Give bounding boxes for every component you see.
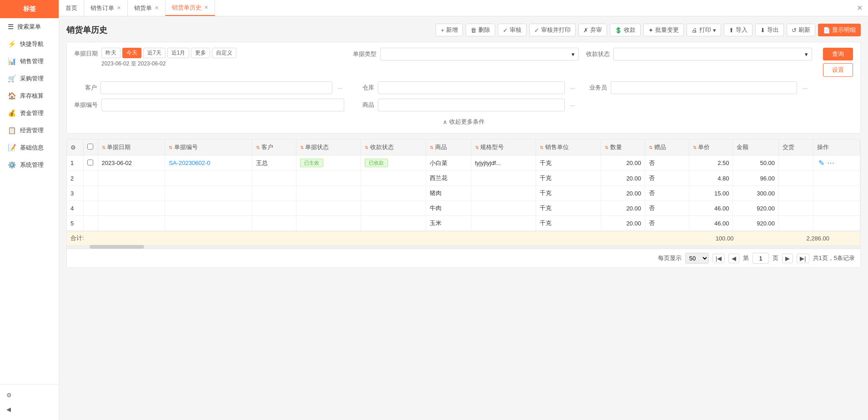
sales-mgmt-icon: 📊 — [8, 57, 16, 65]
date-btn-more[interactable]: 更多 — [191, 48, 210, 58]
tab-sales-goods[interactable]: 销货单 ✕ — [128, 0, 166, 16]
query-button[interactable]: 查询 — [823, 48, 853, 60]
cell-row-num: 4 — [67, 201, 83, 216]
col-doc-date[interactable]: ⇅ 单据日期 — [98, 140, 165, 155]
page-next-btn[interactable]: ▶ — [782, 254, 793, 263]
page-first-btn[interactable]: |◀ — [712, 254, 725, 263]
sidebar-item-sales-mgmt[interactable]: 📊 销售管理 — [0, 53, 59, 70]
tab-sales-history[interactable]: 销货单历史 ✕ — [166, 0, 215, 16]
tab-sales-goods-close[interactable]: ✕ — [155, 5, 159, 11]
col-doc-no[interactable]: ⇅ 单据编号 — [165, 140, 252, 155]
collect-icon: 💲 — [615, 27, 622, 34]
goods-dots[interactable]: ··· — [568, 102, 577, 109]
review-print-button[interactable]: ✓ 审核并打印 — [529, 24, 576, 36]
col-settings[interactable]: ⚙ — [67, 140, 83, 155]
col-price[interactable]: ⇅ 单价 — [689, 140, 733, 155]
import-button[interactable]: ⬆ 导入 — [724, 24, 753, 36]
batch-change-button[interactable]: ✦ 批量变更 — [643, 24, 684, 36]
date-btn-today[interactable]: 今天 — [122, 48, 141, 58]
sidebar-item-search-menu[interactable]: ☰ 搜索菜单 — [0, 18, 59, 35]
print-dropdown-icon: ▾ — [713, 27, 716, 34]
tab-sales-goods-label: 销货单 — [134, 4, 152, 12]
sidebar-item-sys-mgmt[interactable]: ⚙️ 系统管理 — [0, 156, 59, 174]
sidebar-item-finance-mgmt[interactable]: 💰 资金管理 — [0, 105, 59, 122]
customer-dots[interactable]: ··· — [336, 85, 345, 91]
page-size-select[interactable]: 50 100 200 — [685, 253, 709, 264]
export-button[interactable]: ⬇ 导出 — [755, 24, 784, 36]
sidebar-collapse[interactable]: ◀ — [0, 402, 59, 416]
more-action[interactable]: ⋯ — [826, 159, 836, 167]
col-unit[interactable]: ⇅ 销售单位 — [536, 140, 601, 155]
cell-spec — [471, 171, 536, 186]
business-dots[interactable]: ··· — [801, 85, 809, 91]
tab-sales-history-close[interactable]: ✕ — [204, 5, 208, 10]
sidebar-item-ops-mgmt[interactable]: 📋 经营管理 — [0, 122, 59, 139]
date-btn-yesterday[interactable]: 昨天 — [101, 48, 120, 58]
col-customer[interactable]: ⇅ 客户 — [252, 140, 296, 155]
page-input[interactable] — [753, 253, 769, 264]
sidebar-item-inventory[interactable]: 🏠 库存核算 — [0, 87, 59, 105]
sidebar-item-base-info[interactable]: 📝 基础信息 — [0, 139, 59, 156]
sidebar-item-label: 销售管理 — [20, 57, 44, 65]
edit-action[interactable]: ✎ — [817, 159, 826, 167]
page-prev-btn[interactable]: ◀ — [728, 254, 739, 263]
new-button[interactable]: + 新增 — [436, 24, 463, 36]
show-detail-button[interactable]: 📄 显示明细 — [818, 24, 861, 36]
cell-trade — [779, 186, 813, 201]
tab-home[interactable]: 首页 — [59, 0, 84, 16]
col-spec[interactable]: ⇅ 规格型号 — [471, 140, 536, 155]
delete-button[interactable]: 🗑 删除 — [466, 24, 495, 36]
tab-sales-order[interactable]: 销售订单 ✕ — [84, 0, 128, 16]
goods-input[interactable] — [378, 99, 564, 111]
setting-button[interactable]: 设置 — [823, 63, 853, 77]
select-all-checkbox[interactable] — [87, 144, 93, 150]
doc-type-select[interactable]: ▾ — [380, 48, 579, 60]
cell-spec: tyjyjtyjdf... — [471, 155, 536, 171]
date-btn-1month[interactable]: 近1月 — [167, 48, 190, 58]
date-btn-7days[interactable]: 近7天 — [143, 48, 166, 58]
cell-checkbox — [83, 201, 98, 216]
col-doc-status[interactable]: ⇅ 单据状态 — [296, 140, 361, 155]
sidebar-item-purchase-mgmt[interactable]: 🛒 采购管理 — [0, 70, 59, 87]
payment-status-dropdown-icon: ▾ — [805, 51, 808, 58]
doc-no-link[interactable]: SA-20230602-0 — [169, 160, 210, 166]
col-goods[interactable]: ⇅ 商品 — [426, 140, 471, 155]
business-input[interactable] — [611, 81, 797, 94]
print-button[interactable]: 🖨 打印 ▾ — [687, 24, 721, 36]
tab-sales-order-close[interactable]: ✕ — [117, 5, 121, 11]
refresh-button[interactable]: ↺ 刷新 — [787, 24, 815, 36]
sidebar-bottom-settings[interactable]: ⚙ — [0, 388, 59, 402]
customer-input[interactable] — [100, 81, 332, 94]
scrollbar-thumb[interactable] — [90, 245, 144, 249]
sidebar: 标签 ☰ 搜索菜单 ⚡ 快捷导航 📊 销售管理 🛒 采购管理 🏠 库存核算 💰 … — [0, 0, 59, 420]
page-title: 销货单历史 — [66, 25, 433, 35]
import-icon: ⬆ — [729, 27, 734, 34]
cell-doc-date — [98, 201, 165, 216]
cell-customer — [252, 186, 296, 201]
sort-icon: ⇅ — [475, 145, 479, 150]
col-pay-status[interactable]: ⇅ 收款状态 — [361, 140, 426, 155]
col-gift[interactable]: ⇅ 赠品 — [645, 140, 689, 155]
col-qty[interactable]: ⇅ 数量 — [601, 140, 645, 155]
page-last-btn[interactable]: ▶| — [797, 254, 809, 263]
payment-status-label: 收款状态 — [586, 50, 610, 58]
sort-icon: ⇅ — [693, 145, 697, 150]
collapse-button[interactable]: ∧ 收起更多条件 — [443, 116, 485, 128]
review-button[interactable]: ✓ 审核 — [498, 24, 527, 36]
payment-status-select[interactable]: ▾ — [613, 48, 812, 60]
warehouse-dots[interactable]: ··· — [568, 85, 577, 91]
sort-icon: ⇅ — [300, 145, 304, 150]
date-btn-custom[interactable]: 自定义 — [212, 48, 236, 58]
collect-button[interactable]: 💲 收款 — [610, 24, 641, 36]
row-checkbox[interactable] — [87, 160, 93, 165]
pagination: 每页显示 50 100 200 |◀ ◀ 第 页 ▶ ▶| 共1页，5条记录 — [67, 249, 860, 267]
total-info: 共1页，5条记录 — [813, 254, 855, 262]
tab-close-all[interactable]: ✕ — [851, 4, 868, 12]
doc-no-input[interactable] — [101, 99, 344, 111]
sidebar-item-quick-nav[interactable]: ⚡ 快捷导航 — [0, 35, 59, 53]
abandon-button[interactable]: ✗ 弃审 — [578, 24, 607, 36]
horizontal-scrollbar[interactable] — [67, 245, 860, 249]
warehouse-input[interactable] — [378, 81, 564, 94]
sort-icon: ⇅ — [649, 145, 652, 150]
cell-pay-status — [361, 186, 426, 201]
